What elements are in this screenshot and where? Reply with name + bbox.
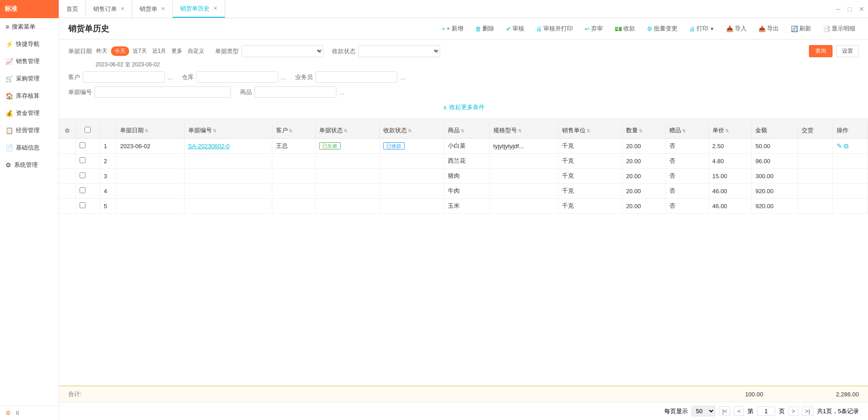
copy-icon[interactable]: ⧉ — [844, 142, 848, 150]
display-button[interactable]: 📑 显示明细 — [819, 23, 859, 35]
td-checkbox[interactable] — [75, 169, 100, 184]
sidebar-item-sales-mgmt[interactable]: 📈 销售管理 — [0, 53, 59, 70]
th-unit[interactable]: 销售单位⇅ — [558, 123, 622, 139]
td-doc-no[interactable]: SA-20230602-0 — [184, 139, 272, 154]
th-unit-price[interactable]: 单价⇅ — [708, 123, 752, 139]
td-actions[interactable]: ✎⧉ — [833, 139, 868, 154]
batch-change-button[interactable]: ⚙ 批量变更 — [643, 23, 681, 35]
tab-sales-order[interactable]: 销售订单 ✕ — [86, 0, 132, 18]
th-settings[interactable]: ⚙ — [59, 123, 75, 139]
row-checkbox[interactable] — [80, 202, 85, 208]
tab-sales-delivery[interactable]: 销货单 ✕ — [132, 0, 173, 18]
discard-button[interactable]: ↩ 弃审 — [581, 23, 607, 35]
tab-home[interactable]: 首页 — [59, 0, 86, 18]
sidebar-collapse-icon[interactable]: ⏸ — [15, 410, 20, 416]
prev-page-btn[interactable]: < — [734, 406, 744, 416]
import-button[interactable]: 📥 导入 — [722, 23, 750, 35]
sidebar-item-search-menu[interactable]: ≡ 搜索菜单 — [0, 18, 59, 35]
th-doc-date[interactable]: 单据日期⇅ — [116, 123, 184, 139]
edit-icon[interactable]: ✎ — [837, 142, 842, 150]
first-page-btn[interactable]: |< — [719, 406, 730, 416]
doc-no-input[interactable] — [95, 86, 231, 98]
td-doc-status — [315, 184, 379, 199]
td-actions[interactable] — [833, 199, 868, 214]
th-payment-status[interactable]: 收款状态⇅ — [380, 123, 444, 139]
date-btn-today[interactable]: 今天 — [111, 46, 129, 56]
date-btn-1month[interactable]: 近1月 — [151, 46, 168, 56]
td-settings — [59, 199, 75, 214]
th-doc-status[interactable]: 单据状态⇅ — [315, 123, 379, 139]
sidebar-item-inventory-calc[interactable]: 🏠 库存核算 — [0, 87, 59, 105]
sidebar-settings-icon[interactable]: ⚙ — [5, 410, 11, 416]
sidebar-item-label: 资金管理 — [16, 109, 40, 117]
date-btn-custom[interactable]: 自定义 — [186, 46, 206, 56]
warehouse-more-btn[interactable]: ... — [281, 74, 286, 81]
sidebar-item-basic-info[interactable]: 📄 基础信息 — [0, 139, 59, 156]
print-button[interactable]: 🖨 打印 ▼ — [686, 23, 718, 35]
td-doc-no[interactable] — [184, 199, 272, 214]
delete-button[interactable]: 🗑 删除 — [472, 23, 498, 35]
th-spec-type[interactable]: 规格型号⇅ — [489, 123, 558, 139]
td-checkbox[interactable] — [75, 184, 100, 199]
refresh-button[interactable]: 🔄 刷新 — [787, 23, 815, 35]
row-checkbox[interactable] — [80, 187, 85, 193]
goods-input[interactable] — [255, 86, 336, 98]
customer-more-btn[interactable]: ... — [167, 74, 173, 81]
td-doc-no[interactable] — [184, 154, 272, 169]
td-checkbox[interactable] — [75, 139, 100, 154]
goods-more-btn[interactable]: ... — [339, 89, 345, 96]
date-btn-7days[interactable]: 近7天 — [131, 46, 149, 56]
window-close-btn[interactable]: ✕ — [855, 5, 868, 13]
td-actions[interactable] — [833, 184, 868, 199]
th-goods[interactable]: 商品⇅ — [444, 123, 489, 139]
tab-sales-order-close[interactable]: ✕ — [120, 6, 125, 12]
td-customer — [272, 154, 316, 169]
select-all-checkbox[interactable] — [85, 127, 90, 133]
th-gift[interactable]: 赠品⇅ — [665, 123, 708, 139]
window-maximize-btn[interactable]: □ — [844, 5, 855, 13]
td-checkbox[interactable] — [75, 199, 100, 214]
td-checkbox[interactable] — [75, 154, 100, 169]
page-number-input[interactable] — [757, 406, 775, 416]
date-btn-more[interactable]: 更多 — [170, 46, 184, 56]
customer-input[interactable] — [83, 71, 165, 83]
next-page-btn[interactable]: > — [788, 406, 798, 416]
salesman-input[interactable] — [316, 71, 397, 83]
tab-sales-delivery-close[interactable]: ✕ — [161, 6, 165, 12]
td-actions[interactable] — [833, 169, 868, 184]
payment-status-select[interactable] — [358, 45, 440, 57]
warehouse-input[interactable] — [196, 71, 278, 83]
collect-button[interactable]: 💵 收款 — [611, 23, 639, 35]
salesman-more-btn[interactable]: ... — [400, 74, 406, 81]
th-doc-no[interactable]: 单据编号⇅ — [184, 123, 272, 139]
sidebar-item-finance-mgmt[interactable]: 💰 资金管理 — [0, 105, 59, 122]
row-checkbox[interactable] — [80, 172, 85, 178]
date-btn-yesterday[interactable]: 昨天 — [95, 46, 109, 56]
td-doc-no[interactable] — [184, 184, 272, 199]
tab-sales-history-close[interactable]: ✕ — [213, 5, 217, 11]
sidebar-item-purchase-mgmt[interactable]: 🛒 采购管理 — [0, 70, 59, 87]
sidebar-item-ops-mgmt[interactable]: 📋 经营管理 — [0, 122, 59, 139]
td-actions[interactable] — [833, 154, 868, 169]
collapse-button[interactable]: ∧ 收起更多条件 — [68, 101, 859, 113]
query-button[interactable]: 查询 — [809, 45, 833, 57]
page-size-select[interactable]: 50 100 200 — [692, 406, 715, 416]
row-checkbox[interactable] — [80, 142, 85, 148]
sidebar-item-quick-nav[interactable]: ⚡ 快捷导航 — [0, 35, 59, 53]
audit-button[interactable]: ✔ 审核 — [502, 23, 528, 35]
th-customer[interactable]: 客户⇅ — [272, 123, 316, 139]
new-button[interactable]: + + 新增 — [438, 23, 467, 35]
doc-no-link[interactable]: SA-20230602-0 — [188, 143, 230, 150]
td-doc-no[interactable] — [184, 169, 272, 184]
th-qty[interactable]: 数量⇅ — [622, 123, 665, 139]
export-button[interactable]: 📤 导出 — [755, 23, 783, 35]
doc-type-select[interactable] — [241, 45, 323, 57]
filter-row-1: 单据日期 昨天 今天 近7天 近1月 更多 自定义 单据类型 ▼ — [68, 45, 859, 57]
sidebar-item-system-mgmt[interactable]: ⚙ 系统管理 — [0, 156, 59, 174]
last-page-btn[interactable]: >| — [802, 406, 813, 416]
settings-button[interactable]: 设置 — [836, 45, 859, 57]
window-minimize-btn[interactable]: ─ — [833, 5, 844, 13]
audit-print-button[interactable]: 🖨 审核并打印 — [532, 23, 577, 35]
row-checkbox[interactable] — [80, 157, 85, 163]
tab-sales-history[interactable]: 销货单历史 ✕ — [173, 0, 225, 18]
